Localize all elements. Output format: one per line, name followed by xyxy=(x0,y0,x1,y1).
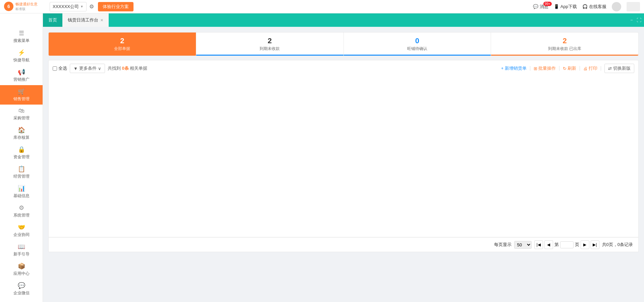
logo-sub-text: 标准版 xyxy=(15,7,38,11)
weixin-icon: 💬 xyxy=(18,282,25,289)
app-download-button[interactable]: 📱 App下载 xyxy=(554,4,577,10)
app-label: App下载 xyxy=(560,4,577,10)
refresh-icon: ↻ xyxy=(563,66,567,71)
stat-wangpu[interactable]: 0 旺铺待确认 xyxy=(344,33,491,56)
quicknav-icon: ⚡ xyxy=(18,49,25,56)
message-badge: 99+ xyxy=(543,2,552,6)
print-button[interactable]: 🖨 打印 xyxy=(583,65,597,71)
sidebar-item-purchase[interactable]: 🛍 采购管理 xyxy=(0,105,43,124)
next-page-button[interactable]: ▶ xyxy=(581,240,589,249)
page-label: 第 xyxy=(554,242,559,248)
stat-wangpu-label: 旺铺待确认 xyxy=(349,46,486,52)
stat-overdue[interactable]: 2 到期未收款 xyxy=(196,33,344,56)
system-icon: ⚙ xyxy=(19,204,24,212)
top-header: 6 畅捷通好生意 标准版 XXXXXX公司 ▼ ⚙ 体验行业方案 💬 消息 99… xyxy=(0,0,644,13)
minimize-icon[interactable]: － xyxy=(629,17,634,23)
sidebar-item-member[interactable]: V 畅会员 xyxy=(0,299,43,302)
logo-area: 6 畅捷通好生意 标准版 xyxy=(4,2,47,11)
user-name xyxy=(627,2,640,11)
print-icon: 🖨 xyxy=(583,66,588,71)
toolbar: 全选 ▼ 更多条件 ∨ 共找到 0条 相关单据 + 新增销货单 ⊞ 批量操作 ↻… xyxy=(48,60,639,76)
sidebar-item-finance[interactable]: 🔒 资金管理 xyxy=(0,143,43,163)
select-all-label: 全选 xyxy=(58,65,67,71)
add-sales-button[interactable]: + 新增销货单 xyxy=(501,65,527,71)
stat-overdue-num: 2 xyxy=(202,37,338,45)
close-tab-icon[interactable]: ✕ xyxy=(100,18,103,22)
switch-version-button[interactable]: ⇄ 切换新版 xyxy=(604,64,634,73)
service-icon: 🎧 xyxy=(582,4,588,9)
inventory-icon: 🏠 xyxy=(18,126,25,134)
toolbar-right: + 新增销货单 ⊞ 批量操作 ↻ 刷新 🖨 打印 ⇄ 切换新版 xyxy=(501,64,634,73)
stat-overdue-shipped[interactable]: 2 到期未收款 已出库 xyxy=(491,33,638,56)
company-selector[interactable]: XXXXXX公司 ▼ xyxy=(50,2,87,11)
divider2 xyxy=(559,66,559,71)
sidebar-item-sales[interactable]: 🛒 销售管理 xyxy=(0,85,43,105)
marketing-icon: 📢 xyxy=(18,68,25,76)
select-all-area[interactable]: 全选 xyxy=(53,65,67,71)
sidebar-item-base[interactable]: 📊 基础信息 xyxy=(0,182,43,201)
trial-button[interactable]: 体验行业方案 xyxy=(98,2,133,11)
stat-all[interactable]: 2 全部单据 xyxy=(49,33,196,56)
settings-icon[interactable]: ⚙ xyxy=(89,3,94,10)
sidebar-item-search[interactable]: ☰ 搜索菜单 xyxy=(0,27,43,46)
filter-icon: ▼ xyxy=(73,66,78,71)
tab-home[interactable]: 首页 xyxy=(43,13,62,27)
sidebar-item-quicknav[interactable]: ⚡ 快捷导航 xyxy=(0,46,43,66)
page-navigation: |◀ ◀ 第 1 页 ▶ ▶| xyxy=(534,240,599,249)
batch-icon: ⊞ xyxy=(534,66,537,71)
per-page-select[interactable]: 50 100 200 xyxy=(514,241,532,249)
sidebar-item-system[interactable]: ⚙ 系统管理 xyxy=(0,201,43,221)
page-input[interactable]: 1 xyxy=(560,241,574,248)
sidebar-item-inventory[interactable]: 🏠 库存核算 xyxy=(0,124,43,143)
nav-tabs-bar: 首页 钱货日清工作台 ✕ － ⛶ xyxy=(43,13,644,27)
stat-overdue-shipped-label: 到期未收款 已出库 xyxy=(496,46,633,52)
tab-qianhuoriqing[interactable]: 钱货日清工作台 ✕ xyxy=(62,13,109,27)
chevron-down-small-icon: ∨ xyxy=(98,66,101,71)
sidebar-item-appcenter[interactable]: 📦 应用中心 xyxy=(0,260,43,279)
total-info: 共0页，0条记录 xyxy=(602,242,633,248)
finance-icon: 🔒 xyxy=(18,146,25,153)
sidebar-item-cooperation[interactable]: 🤝 企业协同 xyxy=(0,221,43,240)
switch-icon: ⇄ xyxy=(608,66,612,71)
sidebar-item-marketing[interactable]: 📢 营销推广 xyxy=(0,66,43,85)
select-all-checkbox[interactable] xyxy=(53,66,57,71)
search-menu-icon: ☰ xyxy=(19,29,24,37)
divider3 xyxy=(580,66,580,71)
main-content: 2 全部单据 2 到期未收款 0 旺铺待确认 2 到期未收款 已出库 全选 ▼ … xyxy=(43,27,644,302)
service-label: 在线客服 xyxy=(589,4,606,10)
stat-all-label: 全部单据 xyxy=(54,46,191,52)
base-icon: 📊 xyxy=(18,185,25,192)
page-label2: 页 xyxy=(575,242,579,248)
filter-button[interactable]: ▼ 更多条件 ∨ xyxy=(70,64,105,73)
maximize-icon[interactable]: ⛶ xyxy=(637,17,641,23)
divider xyxy=(530,66,530,71)
online-service-button[interactable]: 🎧 在线客服 xyxy=(582,4,606,10)
prev-page-button[interactable]: ◀ xyxy=(544,240,553,249)
first-page-button[interactable]: |◀ xyxy=(534,240,543,249)
operations-icon: 📋 xyxy=(18,165,25,173)
logo-icon: 6 xyxy=(4,2,13,11)
header-right: 💬 消息 99+ 📱 App下载 🎧 在线客服 xyxy=(533,2,640,11)
appcenter-icon: 📦 xyxy=(18,262,25,270)
refresh-button[interactable]: ↻ 刷新 xyxy=(563,65,576,71)
pagination-bar: 每页显示 50 100 200 |◀ ◀ 第 1 页 ▶ ▶| 共0页，0条记录 xyxy=(48,237,639,252)
purchase-icon: 🛍 xyxy=(18,107,24,114)
guide-icon: 📖 xyxy=(18,243,25,250)
batch-button[interactable]: ⊞ 批量操作 xyxy=(534,65,556,71)
found-count: 0条 xyxy=(122,66,129,71)
stat-overdue-shipped-num: 2 xyxy=(496,37,633,45)
sidebar-item-guide[interactable]: 📖 新手引导 xyxy=(0,240,43,260)
table-area xyxy=(48,76,639,237)
message-button[interactable]: 💬 消息 99+ xyxy=(533,4,548,10)
sidebar-item-weixin[interactable]: 💬 企业微信 xyxy=(0,279,43,299)
divider4 xyxy=(601,66,601,71)
app-icon: 📱 xyxy=(554,4,559,9)
message-icon: 💬 xyxy=(533,4,538,9)
company-name: XXXXXX公司 xyxy=(53,4,79,10)
cooperation-icon: 🤝 xyxy=(18,224,25,231)
last-page-button[interactable]: ▶| xyxy=(591,240,599,249)
sidebar-item-operations[interactable]: 📋 经营管理 xyxy=(0,163,43,182)
avatar[interactable] xyxy=(612,2,621,11)
sales-icon: 🛒 xyxy=(18,88,25,95)
sidebar: ☰ 搜索菜单 ⚡ 快捷导航 📢 营销推广 🛒 销售管理 🛍 采购管理 🏠 库存核… xyxy=(0,0,43,302)
